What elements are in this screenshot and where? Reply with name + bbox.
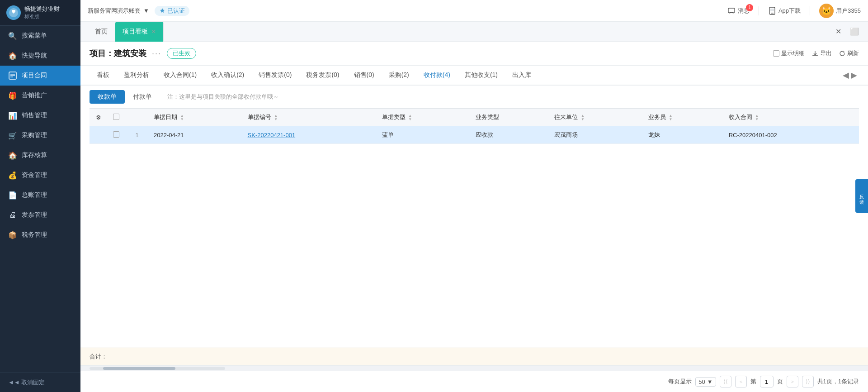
sidebar-item-marketing[interactable]: 🎁 营销推广 xyxy=(0,86,80,105)
page-number-input[interactable] xyxy=(760,376,774,387)
sidebar-item-finance[interactable]: 💰 资金管理 xyxy=(0,165,80,185)
sidebar: 畅捷通好业财 标准版 🔍 搜索菜单 🏠 快捷导航 项目合同 🎁 营销推广 📊 销… xyxy=(0,0,80,392)
partner-sort-icon: ▲▼ xyxy=(581,114,585,121)
sub-tabs: 看板 盈利分析 收入合同(1) 收入确认(2) 销售发票(0) 税务发票(0) … xyxy=(80,66,868,86)
top-header: 新服务官网演示账套 ▼ 已认证 消息 1 App下载 🐱 用户3355 xyxy=(80,0,868,22)
purchase-icon: 🛒 xyxy=(8,131,17,140)
tab-bar: 首页 项目看板 ✕ ✕ ⬜ xyxy=(80,22,868,42)
sidebar-item-tax[interactable]: 📦 税务管理 xyxy=(0,225,80,245)
main-content: 新服务官网演示账套 ▼ 已认证 消息 1 App下载 🐱 用户3355 xyxy=(80,0,868,392)
gift-icon: 🎁 xyxy=(8,91,17,100)
unpin-button[interactable]: ◄◄ 取消固定 xyxy=(0,373,80,392)
sub-tab-receipt[interactable]: 收付款(4) xyxy=(416,66,458,86)
gear-icon: ⚙ xyxy=(96,114,101,121)
project-icon xyxy=(8,71,17,80)
sub-tab-purchase[interactable]: 采购(2) xyxy=(382,66,416,86)
first-page-button[interactable]: ⟨⟨ xyxy=(720,376,731,387)
sub-tab-next-button[interactable]: ▶ xyxy=(851,70,857,80)
scrollbar-thumb[interactable] xyxy=(103,367,175,370)
tab-home[interactable]: 首页 xyxy=(88,22,115,42)
sub-tab-income-contract[interactable]: 收入合同(1) xyxy=(156,66,204,86)
svg-text:反: 反 xyxy=(859,191,864,199)
scrollbar-track[interactable] xyxy=(90,367,225,370)
sub-tab-sales[interactable]: 销售(0) xyxy=(347,66,382,86)
app-download-button[interactable]: App下载 xyxy=(768,7,801,15)
salesperson-sort-icon: ▲▼ xyxy=(669,114,673,121)
message-badge: 1 xyxy=(746,4,753,11)
sub-tab-sales-invoice[interactable]: 销售发票(0) xyxy=(251,66,299,86)
next-page-button[interactable]: ＞ xyxy=(787,376,798,387)
number-sort-icon: ▲▼ xyxy=(274,114,278,121)
content-area: 项目：建筑安装 ··· 已生效 显示明细 导出 刷新 xyxy=(80,42,868,392)
export-button[interactable]: 导出 xyxy=(812,49,832,57)
sidebar-item-search[interactable]: 🔍 搜索菜单 xyxy=(0,26,80,46)
per-page-dropdown-icon: ▼ xyxy=(707,378,713,385)
tab-project-board[interactable]: 项目看板 ✕ xyxy=(115,22,164,42)
svg-rect-8 xyxy=(770,9,774,11)
close-window-button[interactable]: ✕ xyxy=(832,25,844,38)
row-income-contract-cell: RC-20220401-002 xyxy=(723,126,859,144)
sub-tab-tax-invoice[interactable]: 税务发票(0) xyxy=(299,66,346,86)
per-page-select[interactable]: 50 ▼ xyxy=(695,377,716,387)
sub-tab-income-confirm[interactable]: 收入确认(2) xyxy=(204,66,251,86)
demo-account[interactable]: 新服务官网演示账套 ▼ xyxy=(88,7,149,15)
inner-tab-receipt[interactable]: 收款单 xyxy=(90,90,125,104)
feedback-button[interactable]: 反馈 xyxy=(855,179,868,213)
svg-text:馈: 馈 xyxy=(859,196,864,205)
sidebar-item-project[interactable]: 项目合同 xyxy=(0,66,80,86)
sub-tab-prev-button[interactable]: ◀ xyxy=(843,70,849,80)
date-column-header[interactable]: 单据日期 ▲▼ xyxy=(148,109,242,126)
document-link[interactable]: SK-20220421-001 xyxy=(248,132,296,139)
more-options-button[interactable]: ··· xyxy=(152,49,161,58)
sub-tab-inout[interactable]: 出入库 xyxy=(505,66,538,86)
salesperson-column-header[interactable]: 业务员 ▲▼ xyxy=(643,109,723,126)
home-icon: 🏠 xyxy=(8,51,17,60)
header-left: 新服务官网演示账套 ▼ 已认证 xyxy=(88,6,189,16)
show-detail-toggle[interactable]: 显示明细 xyxy=(773,49,805,57)
check-all-checkbox[interactable] xyxy=(113,114,119,120)
refresh-button[interactable]: 刷新 xyxy=(839,49,859,57)
divider xyxy=(759,6,759,15)
sidebar-item-sales[interactable]: 📊 销售管理 xyxy=(0,105,80,125)
inventory-icon: 🏠 xyxy=(8,151,17,160)
sidebar-item-quicknav[interactable]: 🏠 快捷导航 xyxy=(0,46,80,66)
sub-tab-board[interactable]: 看板 xyxy=(90,66,117,86)
sidebar-item-ledger[interactable]: 📄 总账管理 xyxy=(0,185,80,205)
sidebar-item-invoice[interactable]: 🖨 发票管理 xyxy=(0,205,80,225)
type-sort-icon: ▲▼ xyxy=(408,114,412,121)
prev-page-button[interactable]: ＜ xyxy=(735,376,747,387)
settings-column-header[interactable]: ⚙ xyxy=(90,109,108,126)
sidebar-item-purchase[interactable]: 🛒 采购管理 xyxy=(0,125,80,145)
inner-tabs: 收款单 付款单 注：这里是与项目关联的全部收付款单哦～ xyxy=(80,86,868,108)
detail-checkbox[interactable] xyxy=(773,50,779,57)
dropdown-icon: ▼ xyxy=(143,7,149,14)
number-column-header[interactable]: 单据编号 ▲▼ xyxy=(242,109,377,126)
sub-tab-other-payment[interactable]: 其他收支(1) xyxy=(458,66,505,86)
row-number-cell[interactable]: SK-20220421-001 xyxy=(242,126,377,144)
row-check-cell[interactable] xyxy=(108,126,126,144)
horizontal-scrollbar[interactable] xyxy=(80,365,868,371)
close-tab-icon[interactable]: ✕ xyxy=(151,29,156,35)
table-container: ⚙ 单据日期 ▲▼ 单据编号 ▲▼ xyxy=(80,108,868,348)
row-checkbox[interactable] xyxy=(113,131,119,138)
last-page-button[interactable]: ⟩⟩ xyxy=(802,376,814,387)
logo-icon xyxy=(6,5,21,20)
income-contract-column-header[interactable]: 收入合同 ▲▼ xyxy=(723,109,859,126)
row-salesperson-cell: 龙妹 xyxy=(643,126,723,144)
sidebar-item-inventory[interactable]: 🏠 库存核算 xyxy=(0,145,80,165)
type-column-header[interactable]: 单据类型 ▲▼ xyxy=(377,109,471,126)
divider2 xyxy=(810,6,810,15)
tax-icon: 📦 xyxy=(8,230,17,239)
page-title: 项目：建筑安装 xyxy=(90,48,146,59)
row-index-cell: 1 xyxy=(126,126,148,144)
sub-tab-profit[interactable]: 盈利分析 xyxy=(117,66,156,86)
logo-name: 畅捷通好业财 xyxy=(24,5,60,13)
maximize-window-button[interactable]: ⬜ xyxy=(848,25,861,38)
partner-column-header[interactable]: 往来单位 ▲▼ xyxy=(549,109,643,126)
check-all-header[interactable] xyxy=(108,109,126,126)
inner-tab-payment[interactable]: 付款单 xyxy=(125,90,160,104)
invoice-icon: 🖨 xyxy=(8,210,17,220)
table-row[interactable]: 1 2022-04-21 SK-20220421-001 蓝单 应收款 宏茂商场… xyxy=(90,126,859,144)
message-button[interactable]: 消息 1 xyxy=(727,7,750,15)
user-profile[interactable]: 🐱 用户3355 xyxy=(819,4,861,18)
